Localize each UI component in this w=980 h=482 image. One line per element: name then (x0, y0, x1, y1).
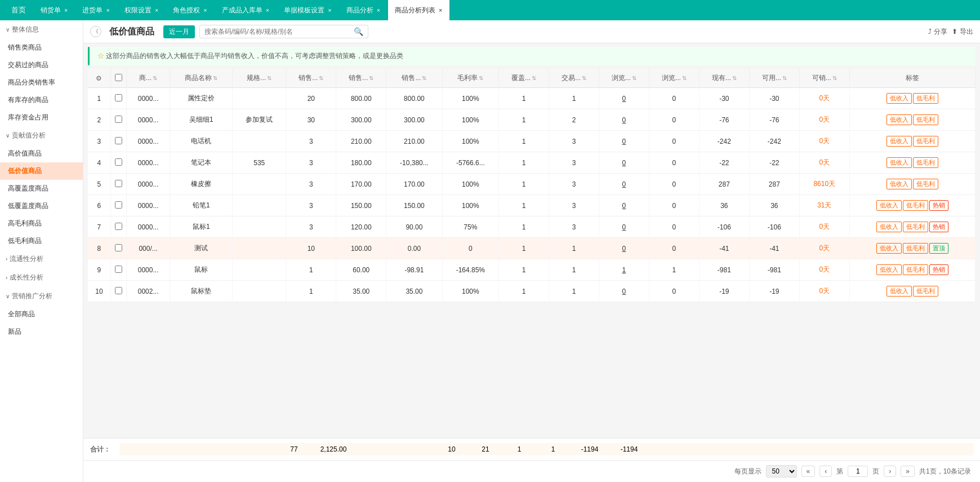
sidebar-item-traded-goods[interactable]: 交易过的商品 (0, 56, 83, 74)
filter-period-btn[interactable]: 近一月 (163, 25, 195, 38)
row-checkbox[interactable] (115, 158, 122, 166)
sidebar-item-high-value[interactable]: 高价值商品 (0, 145, 83, 162)
th-settings[interactable]: ⚙ (88, 69, 110, 88)
collapse-sidebar-btn[interactable]: 《 (90, 26, 101, 37)
row-checkbox[interactable] (115, 137, 122, 144)
nav-analysis-list[interactable]: 商品分析列表 × (388, 0, 449, 20)
th-saleable[interactable]: 可销...⇅ (799, 69, 849, 88)
th-name[interactable]: 商品名称⇅ (170, 69, 233, 88)
row-checkbox[interactable] (115, 266, 122, 273)
page-number-input[interactable] (848, 466, 868, 477)
view1-link[interactable]: 0 (622, 159, 626, 167)
sidebar-section-overall[interactable]: ∨ 整体信息 (0, 20, 83, 39)
row-checkbox[interactable] (115, 201, 122, 209)
td-checkbox[interactable] (110, 152, 126, 174)
view1-link[interactable]: 0 (622, 288, 626, 295)
th-available-stock[interactable]: 可用...⇅ (749, 69, 799, 88)
nav-analysis[interactable]: 商品分析 × (340, 0, 387, 20)
sidebar-item-stock-capital[interactable]: 库存资金占用 (0, 109, 83, 126)
nav-template[interactable]: 单据模板设置 × (277, 0, 338, 20)
sidebar-item-new-goods[interactable]: 新品 (0, 323, 83, 341)
last-page-btn[interactable]: » (901, 466, 915, 477)
td-checkbox[interactable] (110, 195, 126, 216)
per-page-select[interactable]: 50 100 200 (766, 465, 797, 477)
td-checkbox[interactable] (110, 131, 126, 152)
view1-link[interactable]: 0 (622, 138, 626, 145)
th-view1[interactable]: 浏览...⇅ (599, 69, 649, 88)
th-sales-price[interactable]: 销售...⇅ (336, 69, 386, 88)
th-tags[interactable]: 标签 (849, 69, 975, 88)
td-view1[interactable]: 0 (599, 238, 649, 259)
row-checkbox[interactable] (115, 116, 122, 123)
td-view1[interactable]: 0 (599, 174, 649, 195)
th-gross-rate[interactable]: 毛利率⇅ (442, 69, 498, 88)
view1-link[interactable]: 0 (622, 180, 626, 188)
td-view1[interactable]: 1 (599, 259, 649, 281)
td-checkbox[interactable] (110, 238, 126, 259)
nav-roles[interactable]: 角色授权 × (166, 0, 213, 20)
view1-link[interactable]: 0 (622, 245, 626, 253)
th-sales-amount[interactable]: 销售...⇅ (386, 69, 442, 88)
td-checkbox[interactable] (110, 109, 126, 131)
view1-link[interactable]: 0 (622, 116, 626, 124)
td-view1[interactable]: 0 (599, 281, 649, 302)
th-view2[interactable]: 浏览...⇅ (649, 69, 699, 88)
sidebar-section-circulation[interactable]: › 流通性分析 (0, 250, 83, 268)
td-view1[interactable]: 0 (599, 109, 649, 131)
nav-home[interactable]: 首页 (5, 0, 33, 20)
sidebar-section-marketing[interactable]: ∨ 营销推广分析 (0, 287, 83, 306)
nav-purchase-close[interactable]: × (106, 7, 109, 14)
sidebar-item-low-coverage[interactable]: 低覆盖度商品 (0, 197, 83, 215)
nav-roles-close[interactable]: × (203, 7, 207, 14)
td-view1[interactable]: 0 (599, 88, 649, 109)
row-checkbox[interactable] (115, 180, 122, 187)
sidebar-item-stock-goods[interactable]: 有库存的商品 (0, 91, 83, 109)
nav-inventory-close[interactable]: × (266, 7, 269, 14)
nav-template-close[interactable]: × (328, 7, 331, 14)
th-spec[interactable]: 规格...⇅ (233, 69, 286, 88)
view1-link[interactable]: 0 (622, 95, 626, 103)
td-view1[interactable]: 0 (599, 152, 649, 174)
nav-analysis-list-close[interactable]: × (439, 7, 442, 14)
th-sales-qty[interactable]: 销售...⇅ (286, 69, 336, 88)
th-current-stock[interactable]: 现有...⇅ (699, 69, 749, 88)
row-checkbox[interactable] (115, 94, 122, 101)
td-view1[interactable]: 0 (599, 195, 649, 216)
sidebar-item-low-margin[interactable]: 低毛利商品 (0, 232, 83, 250)
sidebar-item-high-margin[interactable]: 高毛利商品 (0, 215, 83, 232)
nav-permissions-close[interactable]: × (155, 7, 158, 14)
th-coverage[interactable]: 覆盖...⇅ (499, 69, 549, 88)
nav-permissions[interactable]: 权限设置 × (118, 0, 165, 20)
select-all-checkbox[interactable] (115, 74, 122, 81)
nav-purchase[interactable]: 进货单 × (75, 0, 116, 20)
sidebar-section-contribution[interactable]: ∨ 贡献值分析 (0, 126, 83, 145)
nav-inventory[interactable]: 产成品入库单 × (215, 0, 276, 20)
td-view1[interactable]: 0 (599, 131, 649, 152)
nav-analysis-close[interactable]: × (377, 7, 380, 14)
sidebar-item-high-coverage[interactable]: 高覆盖度商品 (0, 180, 83, 197)
row-checkbox[interactable] (115, 223, 122, 230)
sidebar-item-sales-goods[interactable]: 销售类商品 (0, 39, 83, 56)
share-btn[interactable]: ⤴ 分享 (928, 27, 947, 37)
td-checkbox[interactable] (110, 259, 126, 281)
sidebar-item-low-value[interactable]: 低价值商品 (0, 162, 83, 180)
first-page-btn[interactable]: « (801, 466, 816, 477)
export-btn[interactable]: ⬆ 导出 (952, 27, 973, 37)
th-code[interactable]: 商...⇅ (126, 69, 170, 88)
prev-page-btn[interactable]: ‹ (819, 466, 832, 477)
search-input[interactable] (204, 28, 354, 36)
view1-link[interactable]: 0 (622, 202, 626, 210)
sidebar-item-all-goods[interactable]: 全部商品 (0, 306, 83, 323)
td-checkbox[interactable] (110, 216, 126, 238)
sidebar-section-growth[interactable]: › 成长性分析 (0, 268, 83, 287)
nav-sales[interactable]: 销货单 × (34, 0, 74, 20)
td-checkbox[interactable] (110, 88, 126, 109)
td-checkbox[interactable] (110, 281, 126, 302)
row-checkbox[interactable] (115, 287, 122, 294)
view1-link[interactable]: 0 (622, 223, 626, 231)
th-transaction[interactable]: 交易...⇅ (549, 69, 599, 88)
search-icon[interactable]: 🔍 (354, 27, 363, 36)
row-checkbox[interactable] (115, 244, 122, 251)
sidebar-item-category-rate[interactable]: 商品分类销售率 (0, 74, 83, 91)
next-page-btn[interactable]: › (884, 466, 896, 477)
